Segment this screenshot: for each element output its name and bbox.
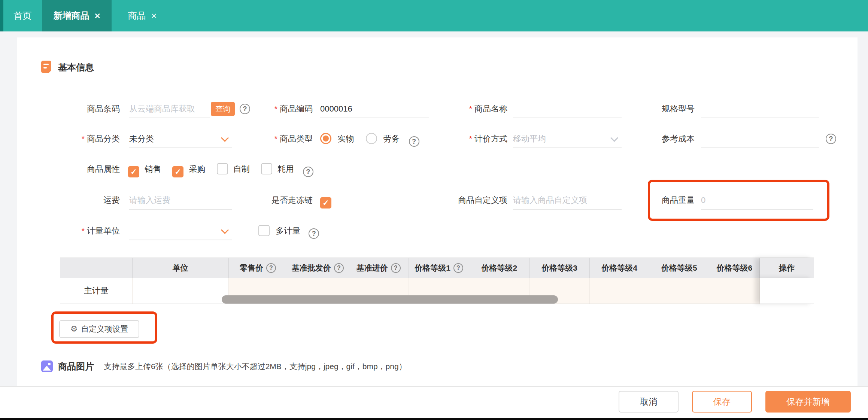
tab-bar: 首页 新增商品 × 商品 × xyxy=(0,0,868,31)
save-button[interactable]: 保存 xyxy=(692,391,752,413)
help-icon[interactable]: ? xyxy=(826,134,836,144)
multi-unit-label: 多计量 xyxy=(276,226,300,235)
pricing-select[interactable]: 移动平均 xyxy=(513,130,622,148)
tab-home[interactable]: 首页 xyxy=(3,0,42,31)
weight-input[interactable]: 0 xyxy=(701,191,813,210)
weight-label: 商品重量 xyxy=(650,191,695,210)
radio-physical[interactable] xyxy=(320,133,331,144)
ref-cost-label: 参考成本 xyxy=(608,130,695,148)
price-table-header-row: 单位 零售价? 基准批发价? 基准进价? 价格等级1? 价格等级2 价格等级3 … xyxy=(60,258,814,278)
checkbox-purchase-label: 采购 xyxy=(189,164,205,174)
price-level-6-cell[interactable] xyxy=(709,278,760,304)
window-bottom-edge xyxy=(0,418,868,420)
radio-physical-label: 实物 xyxy=(337,134,354,143)
barcode-input[interactable]: 从云端商品库获取 xyxy=(129,100,210,118)
checkbox-self-made-label: 自制 xyxy=(233,164,250,174)
price-level-4-cell[interactable] xyxy=(590,278,650,304)
category-select[interactable]: 未分类 xyxy=(129,130,232,148)
attrs-label: 商品属性 xyxy=(47,160,120,179)
checkbox-consume-label: 耗用 xyxy=(277,164,294,174)
custom-item-input[interactable]: 请输入商品自定义项 xyxy=(513,191,622,210)
attrs-checkbox-group: ✓ 销售 ✓ 采购 自制 耗用 ? xyxy=(128,160,323,179)
radio-service-label: 劳务 xyxy=(383,134,400,143)
column-header xyxy=(60,258,133,278)
checkbox-multi-unit[interactable] xyxy=(258,225,270,236)
section-title-product-images: 商品图片 xyxy=(58,360,94,372)
multi-unit-field: 多计量 ? xyxy=(258,222,348,240)
checkbox-purchase[interactable]: ✓ xyxy=(172,166,183,177)
tab-new-product[interactable]: 新增商品 × xyxy=(42,0,112,31)
product-images-hint: 支持最多上传6张（选择的图片单张大小不超过2MB，支持jpg，jpeg，gif，… xyxy=(104,360,407,372)
column-header-base-wholesale: 基准批发价? xyxy=(287,258,348,278)
type-label: *商品类型 xyxy=(227,130,313,148)
barcode-label: 商品条码 xyxy=(47,100,120,118)
help-icon[interactable]: ? xyxy=(391,263,401,273)
checkbox-cold-chain[interactable]: ✓ xyxy=(320,197,331,209)
tab-label: 新增商品 xyxy=(53,10,89,22)
image-icon xyxy=(41,360,53,372)
help-icon[interactable]: ? xyxy=(334,263,344,273)
freight-input[interactable]: 请输入运费 xyxy=(129,191,232,210)
unit-cell[interactable] xyxy=(133,278,229,304)
actions-cell xyxy=(760,278,814,304)
unit-select[interactable] xyxy=(129,222,232,240)
checkbox-self-made[interactable] xyxy=(217,163,228,174)
custom-settings-button[interactable]: ⚙ 自定义项设置 xyxy=(59,320,139,338)
checkbox-sale[interactable]: ✓ xyxy=(128,166,139,177)
column-header-price-level-5: 价格等级5 xyxy=(649,258,709,278)
checkbox-sale-label: 销售 xyxy=(145,164,161,174)
column-header-retail-price: 零售价? xyxy=(229,258,288,278)
column-header-price-level-1: 价格等级1? xyxy=(409,258,469,278)
code-input[interactable]: 0000016 xyxy=(320,100,429,118)
close-icon[interactable]: × xyxy=(94,11,100,21)
help-icon[interactable]: ? xyxy=(266,263,276,273)
column-header-price-level-3: 价格等级3 xyxy=(530,258,590,278)
name-label: *商品名称 xyxy=(421,100,507,118)
spec-input[interactable] xyxy=(701,100,819,118)
tab-label: 首页 xyxy=(14,10,32,22)
tab-label: 商品 xyxy=(128,10,146,22)
freight-label: 运费 xyxy=(47,191,120,210)
column-header-base-purchase: 基准进价? xyxy=(348,258,409,278)
main-card: 基本信息 商品条码 从云端商品库获取 查询 ? *商品编码 0000016 *商… xyxy=(17,37,858,386)
section-title-basic-info: 基本信息 xyxy=(58,61,94,73)
price-level-5-cell[interactable] xyxy=(649,278,709,304)
close-icon[interactable]: × xyxy=(151,11,157,21)
cancel-button[interactable]: 取消 xyxy=(619,391,679,413)
chevron-down-icon xyxy=(221,226,229,234)
spec-label: 规格型号 xyxy=(608,100,695,118)
row-name-cell: 主计量 xyxy=(60,278,133,304)
save-and-new-button[interactable]: 保存并新增 xyxy=(765,391,851,413)
column-header-price-level-2: 价格等级2 xyxy=(469,258,530,278)
footer-bar: 取消 保存 保存并新增 xyxy=(0,386,868,418)
pricing-label: *计价方式 xyxy=(421,130,507,148)
tab-bar-accent-strip xyxy=(0,0,3,31)
ref-cost-input[interactable] xyxy=(701,130,819,148)
name-input[interactable] xyxy=(513,100,622,118)
cold-chain-field: ✓ xyxy=(320,191,343,210)
help-icon[interactable]: ? xyxy=(409,136,419,147)
tab-product[interactable]: 商品 × xyxy=(112,0,173,31)
column-header-actions: 操作 xyxy=(760,258,814,278)
column-header-unit: 单位 xyxy=(133,258,229,278)
checkbox-consume[interactable] xyxy=(261,163,272,174)
help-icon[interactable]: ? xyxy=(453,263,463,273)
help-icon[interactable]: ? xyxy=(303,167,313,177)
gear-icon: ⚙ xyxy=(70,325,78,333)
custom-item-label: 商品自定义项 xyxy=(429,191,507,210)
document-icon xyxy=(41,61,51,73)
column-header-price-level-6: 价格等级6 xyxy=(709,258,760,278)
category-label: *商品分类 xyxy=(47,130,120,148)
radio-service[interactable] xyxy=(366,133,377,144)
cold-chain-label: 是否走冻链 xyxy=(227,191,313,210)
column-header-price-level-4: 价格等级4 xyxy=(590,258,650,278)
unit-label: *计量单位 xyxy=(47,222,120,240)
code-label: *商品编码 xyxy=(227,100,313,118)
horizontal-scrollbar[interactable] xyxy=(222,295,558,304)
help-icon[interactable]: ? xyxy=(309,228,319,239)
